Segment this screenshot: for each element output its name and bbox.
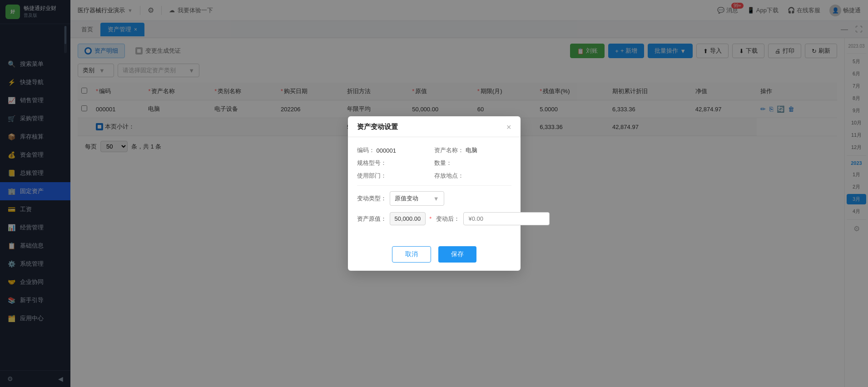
modal-spec-label: 规格型号： <box>357 159 387 167</box>
modal-original-value-label: 资产原值： <box>357 215 390 223</box>
modal-value-control: 50,000.00 * 变动后： <box>390 212 550 225</box>
after-change-label: 变动后： <box>436 215 460 223</box>
modal-location-item: 存放地点： <box>434 172 511 180</box>
modal-location-label: 存放地点： <box>434 172 464 180</box>
save-button[interactable]: 保存 <box>438 246 476 263</box>
modal-name-item: 资产名称： 电脑 <box>434 146 511 154</box>
modal-footer: 取消 保存 <box>348 241 521 271</box>
modal-code-item: 编码： 000001 <box>357 146 434 154</box>
modal-qty-item: 数量： <box>434 159 511 167</box>
modal-code-label: 编码： <box>357 146 375 154</box>
modal-change-type-control: 原值变动 ▼ <box>390 191 511 206</box>
required-star: * <box>429 215 432 222</box>
modal-close-button[interactable]: × <box>506 123 511 131</box>
after-change-input[interactable] <box>463 212 550 225</box>
cancel-button[interactable]: 取消 <box>392 246 431 263</box>
modal-info-row-2: 规格型号： 数量： <box>357 159 511 167</box>
modal-value-row: 资产原值： 50,000.00 * 变动后： <box>357 212 511 225</box>
modal-info-row-1: 编码： 000001 资产名称： 电脑 <box>357 146 511 154</box>
modal-overlay[interactable]: 资产变动设置 × 编码： 000001 资产名称： 电脑 规格型号： <box>0 0 868 387</box>
modal-spec-item: 规格型号： <box>357 159 434 167</box>
modal-name-label: 资产名称： <box>434 146 464 154</box>
modal-divider <box>357 185 511 186</box>
modal-original-value-display: 50,000.00 <box>390 212 426 225</box>
modal-body: 编码： 000001 资产名称： 电脑 规格型号： 数量： <box>348 137 521 241</box>
modal-change-type-row: 变动类型： 原值变动 ▼ <box>357 191 511 206</box>
asset-change-modal: 资产变动设置 × 编码： 000001 资产名称： 电脑 规格型号： <box>348 116 521 271</box>
change-type-select[interactable]: 原值变动 ▼ <box>390 191 444 206</box>
modal-change-type-label: 变动类型： <box>357 194 390 203</box>
modal-info-row-3: 使用部门： 存放地点： <box>357 172 511 180</box>
modal-name-value: 电脑 <box>466 146 477 154</box>
modal-dept-item: 使用部门： <box>357 172 434 180</box>
modal-dept-label: 使用部门： <box>357 172 387 180</box>
modal-code-value: 000001 <box>377 147 396 154</box>
change-type-value: 原值变动 <box>395 194 418 203</box>
modal-title: 资产变动设置 <box>357 123 398 131</box>
modal-qty-label: 数量： <box>434 159 452 167</box>
change-type-dropdown-icon: ▼ <box>433 195 439 202</box>
modal-header: 资产变动设置 × <box>348 116 521 137</box>
